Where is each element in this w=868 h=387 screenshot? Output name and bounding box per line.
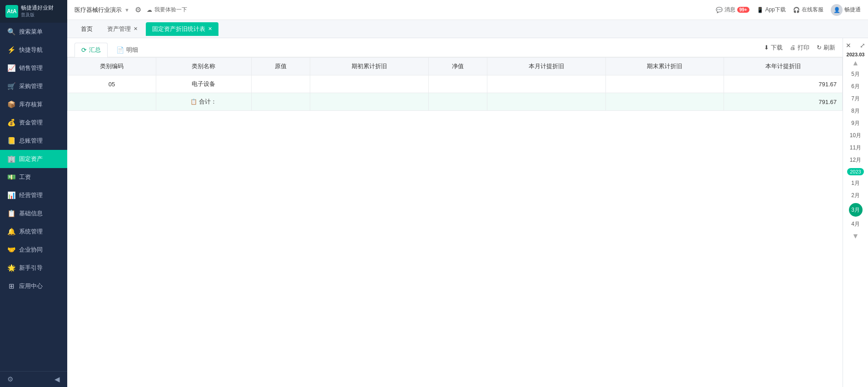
cloud-icon: ☁: [147, 7, 152, 13]
col-header-year-depr: 本年计提折旧: [724, 58, 843, 75]
total-month-depr: [487, 93, 605, 111]
cell-year-depr: 791.67: [724, 75, 843, 93]
tab-assets[interactable]: 资产管理 ✕: [101, 22, 144, 36]
cell-code: 05: [68, 75, 156, 93]
online-service-button[interactable]: 🎧 在线客服: [793, 6, 823, 14]
sidebar-item-finance[interactable]: 💰资金管理: [0, 114, 67, 132]
sidebar-icon-ledger: 📒: [7, 137, 15, 145]
sidebar-item-quicknav[interactable]: ⚡快捷导航: [0, 41, 67, 59]
panel-close-icon[interactable]: ✕: [846, 42, 851, 49]
settings-icon[interactable]: ⚙: [7, 375, 13, 383]
sidebar-item-purchase[interactable]: 🛒采购管理: [0, 77, 67, 95]
print-icon: 🖨: [790, 44, 796, 51]
sidebar-item-system[interactable]: 🔔系统管理: [0, 223, 67, 241]
close-depreciation-tab-icon[interactable]: ✕: [208, 26, 212, 32]
month-5[interactable]: 5月: [843, 68, 868, 80]
tab-summary[interactable]: ⟳ 汇总: [74, 43, 108, 57]
sidebar-item-inventory[interactable]: 📦库存核算: [0, 95, 67, 114]
total-beginning-accum: [310, 93, 429, 111]
experience-button[interactable]: ☁ 我要体验一下: [147, 6, 187, 14]
month-2[interactable]: 2月: [843, 189, 868, 202]
sidebar-label-sales: 销售管理: [19, 64, 43, 72]
sidebar-item-fixed[interactable]: 🏢固定资产: [0, 150, 67, 168]
app-download-button[interactable]: 📱 App下载: [757, 6, 786, 14]
sidebar-label-enterprise: 企业协同: [19, 246, 43, 254]
download-button[interactable]: ⬇ 下载: [764, 44, 783, 52]
sidebar-item-guide[interactable]: 🌟新手引导: [0, 259, 67, 277]
logo-icon: AtA: [5, 5, 18, 18]
sidebar: AtA 畅捷通好业财 普及版 🔍搜索菜单⚡快捷导航📈销售管理🛒采购管理📦库存核算…: [0, 0, 67, 387]
sidebar-item-ledger[interactable]: 📒总账管理: [0, 132, 67, 150]
sidebar-label-apps: 应用中心: [19, 282, 43, 290]
toolbar: ⬇ 下载 🖨 打印 ↻ 刷新: [764, 44, 835, 56]
month-8[interactable]: 8月: [843, 105, 868, 117]
sidebar-item-sales[interactable]: 📈销售管理: [0, 59, 67, 77]
sidebar-item-basic[interactable]: 📋基础信息: [0, 204, 67, 223]
month-6[interactable]: 6月: [843, 80, 868, 93]
month-12[interactable]: 12月: [843, 154, 868, 166]
total-original: [251, 93, 310, 111]
app-name: 畅捷通好业财: [21, 5, 54, 12]
sidebar-item-apps[interactable]: ⊞应用中心: [0, 277, 67, 295]
panel-nav-down[interactable]: ▼: [852, 232, 859, 240]
company-selector[interactable]: 医疗器械行业演示 ▼: [74, 6, 129, 14]
user-menu[interactable]: 👤 畅捷通: [831, 4, 861, 16]
company-name: 医疗器械行业演示: [74, 6, 122, 14]
sidebar-label-basic: 基础信息: [19, 209, 43, 218]
year-badge: 2023: [847, 168, 863, 175]
total-net: [428, 93, 487, 111]
month-3-current[interactable]: 3月: [849, 203, 863, 217]
col-header-name: 类别名称: [156, 58, 251, 75]
sidebar-icon-apps: ⊞: [7, 282, 15, 290]
download-icon: ⬇: [764, 44, 769, 51]
month-7[interactable]: 7月: [843, 93, 868, 105]
col-header-original: 原值: [251, 58, 310, 75]
summary-icon: ⟳: [81, 46, 87, 54]
panel-header: ✕ ⤢: [843, 40, 868, 51]
col-header-net: 净值: [428, 58, 487, 75]
download-icon: 📱: [757, 7, 764, 13]
close-assets-tab-icon[interactable]: ✕: [134, 26, 138, 32]
sidebar-item-operations[interactable]: 📊经营管理: [0, 186, 67, 204]
tab-detail[interactable]: 📄 明细: [109, 43, 145, 57]
avatar: 👤: [831, 4, 843, 16]
total-row: 📋 合计： 791.67: [68, 93, 843, 111]
cell-beginning-accum: [310, 75, 429, 93]
panel-expand-icon[interactable]: ⤢: [860, 42, 865, 49]
sidebar-item-salary[interactable]: 💵工资: [0, 168, 67, 186]
tab-home[interactable]: 首页: [74, 22, 99, 36]
cell-name: 电子设备: [156, 75, 251, 93]
refresh-button[interactable]: ↻ 刷新: [817, 44, 835, 52]
sidebar-icon-sales: 📈: [7, 64, 15, 72]
sidebar-label-ledger: 总账管理: [19, 137, 43, 145]
total-year-depr: 791.67: [724, 93, 843, 111]
detail-icon: 📄: [116, 46, 124, 54]
sidebar-item-enterprise[interactable]: 🤝企业协同: [0, 241, 67, 259]
month-10[interactable]: 10月: [843, 129, 868, 142]
month-9[interactable]: 9月: [843, 117, 868, 129]
topbar: 医疗器械行业演示 ▼ ⚙ ☁ 我要体验一下 💬 消息 99+ 📱 App下载 🎧…: [67, 0, 868, 20]
total-ending-accum: [605, 93, 724, 111]
right-panel: ✕ ⤢ 2023.03 ▲ 5月 6月 7月 8月 9月 10月 11月 12月…: [843, 38, 868, 387]
refresh-icon: ↻: [817, 44, 822, 51]
sidebar-icon-system: 🔔: [7, 228, 15, 236]
cell-month-depr: [487, 75, 605, 93]
notifications-button[interactable]: 💬 消息 99+: [716, 6, 749, 14]
month-11[interactable]: 11月: [843, 142, 868, 154]
panel-nav-up[interactable]: ▲: [852, 59, 859, 67]
print-button[interactable]: 🖨 打印: [790, 44, 809, 52]
cell-original: [251, 75, 310, 93]
sidebar-icon-search: 🔍: [7, 28, 15, 36]
tab-depreciation[interactable]: 固定资产折旧统计表 ✕: [146, 22, 218, 36]
month-4[interactable]: 4月: [843, 218, 868, 230]
collapse-icon[interactable]: ◀: [55, 375, 60, 383]
settings-gear-icon[interactable]: ⚙: [135, 5, 141, 14]
month-1[interactable]: 1月: [843, 177, 868, 189]
sidebar-item-search[interactable]: 🔍搜索菜单: [0, 23, 67, 41]
sidebar-label-search: 搜索菜单: [19, 28, 43, 36]
tabs-bar: 首页 资产管理 ✕ 固定资产折旧统计表 ✕: [67, 20, 868, 38]
cell-ending-accum: [605, 75, 724, 93]
bell-icon: 💬: [716, 7, 723, 13]
sidebar-label-inventory: 库存核算: [19, 100, 43, 109]
sidebar-label-operations: 经营管理: [19, 191, 43, 199]
